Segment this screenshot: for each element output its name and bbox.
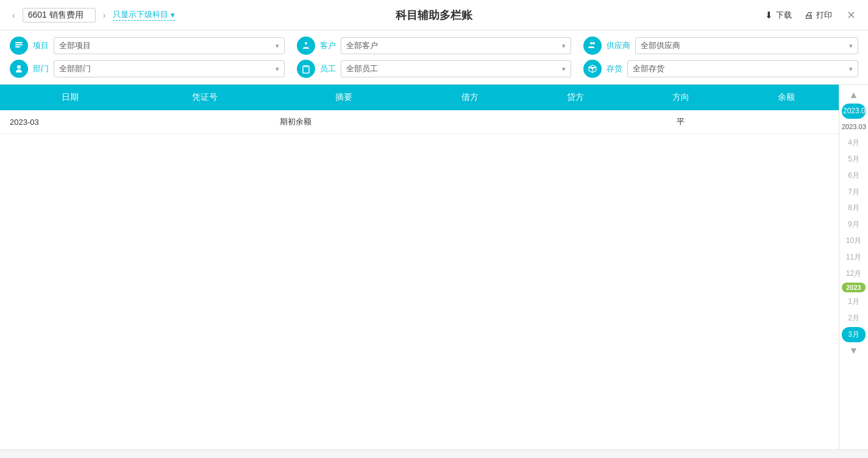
timeline-sidebar: ▲ 2023.03 2023.03 4月 5月 6月 7月 8月 9月 10月 … xyxy=(839,85,868,449)
department-select[interactable]: 全部部门 ▾ xyxy=(54,60,285,77)
cell-direction: 平 xyxy=(628,110,733,134)
department-icon xyxy=(10,60,28,78)
timeline-up-button[interactable]: ▲ xyxy=(839,87,868,103)
timeline-month-jan[interactable]: 1月 xyxy=(839,294,868,310)
filter-row-2: 部门 全部部门 ▾ 员工 全部员工 ▾ xyxy=(10,60,858,78)
inventory-icon xyxy=(583,60,602,78)
filter-area: 项目 全部项目 ▾ 客户 全部客户 ▾ xyxy=(0,30,868,85)
filter-item-inventory: 存货 全部存货 ▾ xyxy=(583,60,858,78)
timeline-month-7[interactable]: 7月 xyxy=(839,184,868,200)
customer-icon xyxy=(297,37,315,55)
col-direction: 方向 xyxy=(628,85,733,110)
project-select-arrow-icon: ▾ xyxy=(276,42,279,50)
supplier-select[interactable]: 全部供应商 ▾ xyxy=(635,37,858,54)
filter-item-customer: 客户 全部客户 ▾ xyxy=(297,37,572,55)
project-select-value: 全部项目 xyxy=(59,40,91,51)
employee-select-value: 全部员工 xyxy=(346,63,378,74)
timeline-month-5[interactable]: 5月 xyxy=(839,151,868,167)
employee-select-arrow-icon: ▾ xyxy=(562,65,566,73)
svg-rect-0 xyxy=(15,42,23,43)
supplier-select-value: 全部供应商 xyxy=(641,40,680,51)
download-label: 下载 xyxy=(776,10,792,21)
department-select-arrow-icon: ▾ xyxy=(276,65,279,73)
col-balance: 余额 xyxy=(733,85,839,110)
employee-label: 员工 xyxy=(320,63,336,74)
inventory-select-arrow-icon: ▾ xyxy=(849,65,853,73)
project-label: 项目 xyxy=(33,40,49,51)
filter-item-project: 项目 全部项目 ▾ xyxy=(10,37,285,55)
cell-date: 2023-03 xyxy=(0,110,140,134)
supplier-label: 供应商 xyxy=(607,40,630,51)
filter-row-1: 项目 全部项目 ▾ 客户 全部客户 ▾ xyxy=(10,37,858,55)
project-icon xyxy=(10,37,28,55)
timeline-period-2[interactable]: 2023.03 xyxy=(839,119,868,135)
filter-item-supplier: 供应商 全部供应商 ▾ xyxy=(583,37,858,55)
customer-select[interactable]: 全部客户 ▾ xyxy=(341,37,572,54)
timeline-month-12[interactable]: 12月 xyxy=(839,266,868,282)
account-code-display: 6601 销售费用 xyxy=(23,8,96,23)
show-sub-filter-label: 只显示下级科目 xyxy=(113,9,168,20)
next-account-button[interactable]: › xyxy=(101,9,108,21)
inventory-label: 存货 xyxy=(607,63,622,74)
col-summary: 摘要 xyxy=(270,85,418,110)
supplier-icon xyxy=(583,37,602,55)
col-credit: 贷方 xyxy=(523,85,628,110)
svg-point-3 xyxy=(590,42,592,44)
customer-select-arrow-icon: ▾ xyxy=(562,42,566,50)
print-button[interactable]: 🖨 打印 xyxy=(804,10,832,21)
col-voucher: 凭证号 xyxy=(140,85,270,110)
employee-icon xyxy=(297,60,315,78)
ledger-table: 日期 凭证号 摘要 借方 贷方 方向 余额 2023-03 期初余额 平 xyxy=(0,85,839,134)
timeline-month-4[interactable]: 4月 xyxy=(839,135,868,151)
cell-credit xyxy=(523,110,628,134)
project-select[interactable]: 全部项目 ▾ xyxy=(54,37,285,54)
timeline-month-9[interactable]: 9月 xyxy=(839,216,868,233)
download-icon: ⬇ xyxy=(765,10,773,21)
svg-rect-2 xyxy=(15,46,20,48)
inventory-select[interactable]: 全部存货 ▾ xyxy=(627,60,858,77)
svg-point-4 xyxy=(592,42,595,44)
col-date: 日期 xyxy=(0,85,140,110)
timeline-month-11[interactable]: 11月 xyxy=(839,249,868,266)
table-row: 2023-03 期初余额 平 xyxy=(0,110,839,134)
cell-summary: 期初余额 xyxy=(270,110,418,134)
title-actions: ⬇ 下载 🖨 打印 ✕ xyxy=(765,7,858,23)
main-window: ‹ 6601 销售费用 › 只显示下级科目 ▾ 科目辅助多栏账 ⬇ 下载 🖨 打… xyxy=(0,0,868,458)
main-area: 日期 凭证号 摘要 借方 贷方 方向 余额 2023-03 期初余额 平 xyxy=(0,85,868,449)
inventory-select-value: 全部存货 xyxy=(633,63,664,74)
timeline-month-8[interactable]: 8月 xyxy=(839,200,868,216)
show-sub-filter-toggle[interactable]: 只显示下级科目 ▾ xyxy=(113,9,175,21)
timeline-month-10[interactable]: 10月 xyxy=(839,233,868,249)
prev-account-button[interactable]: ‹ xyxy=(10,9,18,21)
supplier-select-arrow-icon: ▾ xyxy=(849,42,853,50)
timeline-month-mar-active[interactable]: 3月 xyxy=(842,327,866,342)
department-select-value: 全部部门 xyxy=(59,63,91,74)
employee-select[interactable]: 全部员工 ▾ xyxy=(341,60,572,77)
svg-rect-1 xyxy=(15,44,23,46)
close-button[interactable]: ✕ xyxy=(844,7,858,23)
customer-select-value: 全部客户 xyxy=(346,40,378,51)
timeline-selected-period-1[interactable]: 2023.03 xyxy=(842,104,866,119)
timeline-month-6[interactable]: 6月 xyxy=(839,167,868,184)
print-label: 打印 xyxy=(816,10,832,21)
timeline-month-feb[interactable]: 2月 xyxy=(839,310,868,326)
bottom-scrollbar[interactable] xyxy=(0,449,868,458)
customer-label: 客户 xyxy=(320,40,336,51)
timeline-year-2023-badge: 2023 xyxy=(842,283,866,292)
show-sub-filter-arrow-icon: ▾ xyxy=(171,10,175,19)
cell-balance xyxy=(733,110,839,134)
department-label: 部门 xyxy=(33,63,49,74)
download-button[interactable]: ⬇ 下载 xyxy=(765,10,792,21)
filter-item-employee: 员工 全部员工 ▾ xyxy=(297,60,572,78)
col-debit: 借方 xyxy=(418,85,523,110)
timeline-down-button[interactable]: ▼ xyxy=(839,343,868,359)
print-icon: 🖨 xyxy=(804,10,813,20)
table-header-row: 日期 凭证号 摘要 借方 贷方 方向 余额 xyxy=(0,85,839,110)
cell-voucher xyxy=(140,110,270,134)
table-container[interactable]: 日期 凭证号 摘要 借方 贷方 方向 余额 2023-03 期初余额 平 xyxy=(0,85,839,449)
filter-item-department: 部门 全部部门 ▾ xyxy=(10,60,285,78)
page-title: 科目辅助多栏账 xyxy=(396,8,472,23)
cell-debit xyxy=(418,110,523,134)
title-bar: ‹ 6601 销售费用 › 只显示下级科目 ▾ 科目辅助多栏账 ⬇ 下载 🖨 打… xyxy=(0,0,868,30)
title-left: ‹ 6601 销售费用 › 只显示下级科目 ▾ xyxy=(10,8,175,23)
